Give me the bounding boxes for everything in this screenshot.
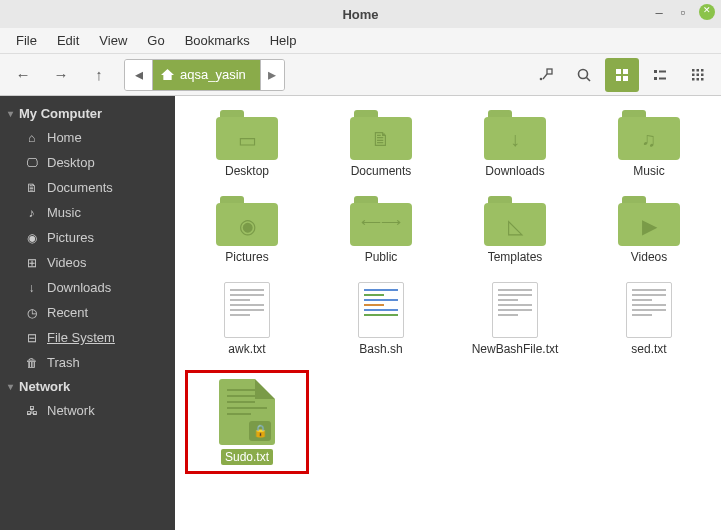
file-awk-txt[interactable]: awk.txt bbox=[185, 278, 309, 360]
path-current[interactable]: aqsa_yasin bbox=[153, 60, 260, 90]
svg-rect-11 bbox=[659, 77, 666, 79]
path-bar: ◂ aqsa_yasin ▸ bbox=[124, 59, 285, 91]
sidebar-group-label: My Computer bbox=[19, 106, 102, 121]
folder-videos[interactable]: ▶Videos bbox=[587, 192, 711, 268]
menubar: File Edit View Go Bookmarks Help bbox=[0, 28, 721, 54]
folder-icon: ◺ bbox=[484, 196, 546, 246]
folder-icon: ▶ bbox=[618, 196, 680, 246]
svg-rect-8 bbox=[654, 70, 657, 73]
svg-rect-16 bbox=[697, 73, 700, 76]
text-file-icon bbox=[626, 282, 672, 338]
svg-point-2 bbox=[579, 69, 588, 78]
folder-pictures[interactable]: ◉Pictures bbox=[185, 192, 309, 268]
svg-rect-5 bbox=[623, 69, 628, 74]
sidebar-group-mycomputer[interactable]: ▾ My Computer bbox=[0, 102, 175, 125]
sidebar-item-pictures[interactable]: ◉Pictures bbox=[0, 225, 175, 250]
file-view[interactable]: ▭Desktop 🗎Documents ↓Downloads ♫Music ◉P… bbox=[175, 96, 721, 530]
sidebar-item-network[interactable]: 🖧Network bbox=[0, 398, 175, 423]
chevron-down-icon: ▾ bbox=[8, 381, 13, 392]
video-icon: ⊞ bbox=[24, 256, 39, 270]
sidebar-item-downloads[interactable]: ↓Downloads bbox=[0, 275, 175, 300]
folder-documents[interactable]: 🗎Documents bbox=[319, 106, 443, 182]
file-bash-sh[interactable]: Bash.sh bbox=[319, 278, 443, 360]
folder-downloads[interactable]: ↓Downloads bbox=[453, 106, 577, 182]
svg-point-1 bbox=[540, 77, 543, 80]
menu-view[interactable]: View bbox=[89, 31, 137, 50]
svg-rect-6 bbox=[616, 76, 621, 81]
path-current-label: aqsa_yasin bbox=[180, 67, 246, 82]
home-icon: ⌂ bbox=[24, 131, 39, 145]
menu-help[interactable]: Help bbox=[260, 31, 307, 50]
toggle-location-button[interactable] bbox=[529, 58, 563, 92]
svg-rect-14 bbox=[701, 69, 704, 72]
svg-rect-15 bbox=[692, 73, 695, 76]
sidebar-item-recent[interactable]: ◷Recent bbox=[0, 300, 175, 325]
sidebar-item-filesystem[interactable]: ⊟File System bbox=[0, 325, 175, 350]
menu-bookmarks[interactable]: Bookmarks bbox=[175, 31, 260, 50]
locked-file-icon: 🔒 bbox=[219, 379, 275, 445]
path-next[interactable]: ▸ bbox=[260, 60, 284, 90]
file-sudo-txt[interactable]: 🔒 Sudo.txt bbox=[185, 370, 309, 474]
menu-go[interactable]: Go bbox=[137, 31, 174, 50]
folder-icon: ↓ bbox=[484, 110, 546, 160]
svg-rect-19 bbox=[697, 78, 700, 81]
back-button[interactable]: ← bbox=[6, 58, 40, 92]
download-icon: ↓ bbox=[24, 281, 39, 295]
search-button[interactable] bbox=[567, 58, 601, 92]
folder-icon: ⟵⟶ bbox=[350, 196, 412, 246]
icon-view-button[interactable] bbox=[605, 58, 639, 92]
sidebar-item-documents[interactable]: 🗎Documents bbox=[0, 175, 175, 200]
sidebar-group-network[interactable]: ▾ Network bbox=[0, 375, 175, 398]
folder-desktop[interactable]: ▭Desktop bbox=[185, 106, 309, 182]
sidebar: ▾ My Computer ⌂Home 🖵Desktop 🗎Documents … bbox=[0, 96, 175, 530]
folder-public[interactable]: ⟵⟶Public bbox=[319, 192, 443, 268]
sidebar-item-home[interactable]: ⌂Home bbox=[0, 125, 175, 150]
folder-icon: ♫ bbox=[618, 110, 680, 160]
desktop-icon: 🖵 bbox=[24, 156, 39, 170]
svg-rect-7 bbox=[623, 76, 628, 81]
svg-rect-18 bbox=[692, 78, 695, 81]
text-file-icon bbox=[492, 282, 538, 338]
svg-rect-4 bbox=[616, 69, 621, 74]
svg-rect-10 bbox=[654, 77, 657, 80]
toolbar: ← → ↑ ◂ aqsa_yasin ▸ bbox=[0, 54, 721, 96]
path-previous[interactable]: ◂ bbox=[125, 60, 153, 90]
sidebar-item-trash[interactable]: 🗑Trash bbox=[0, 350, 175, 375]
music-icon: ♪ bbox=[24, 206, 39, 220]
file-newbashfile-txt[interactable]: NewBashFile.txt bbox=[453, 278, 577, 360]
script-file-icon bbox=[358, 282, 404, 338]
chevron-down-icon: ▾ bbox=[8, 108, 13, 119]
svg-line-3 bbox=[587, 77, 591, 81]
folder-music[interactable]: ♫Music bbox=[587, 106, 711, 182]
file-sed-txt[interactable]: sed.txt bbox=[587, 278, 711, 360]
svg-rect-13 bbox=[697, 69, 700, 72]
list-view-button[interactable] bbox=[643, 58, 677, 92]
svg-rect-9 bbox=[659, 70, 666, 72]
svg-rect-0 bbox=[547, 69, 552, 74]
sidebar-item-desktop[interactable]: 🖵Desktop bbox=[0, 150, 175, 175]
sidebar-item-music[interactable]: ♪Music bbox=[0, 200, 175, 225]
recent-icon: ◷ bbox=[24, 306, 39, 320]
picture-icon: ◉ bbox=[24, 231, 39, 245]
compact-view-button[interactable] bbox=[681, 58, 715, 92]
minimize-button[interactable]: – bbox=[651, 4, 667, 20]
maximize-button[interactable]: ▫ bbox=[675, 4, 691, 20]
sidebar-item-videos[interactable]: ⊞Videos bbox=[0, 250, 175, 275]
folder-icon: 🗎 bbox=[350, 110, 412, 160]
svg-rect-17 bbox=[701, 73, 704, 76]
close-button[interactable] bbox=[699, 4, 715, 20]
up-button[interactable]: ↑ bbox=[82, 58, 116, 92]
svg-rect-20 bbox=[701, 78, 704, 81]
folder-icon: ◉ bbox=[216, 196, 278, 246]
sidebar-group-label: Network bbox=[19, 379, 70, 394]
network-icon: 🖧 bbox=[24, 404, 39, 418]
trash-icon: 🗑 bbox=[24, 356, 39, 370]
window-title: Home bbox=[342, 7, 378, 22]
menu-file[interactable]: File bbox=[6, 31, 47, 50]
lock-icon: 🔒 bbox=[249, 421, 271, 441]
folder-icon: ▭ bbox=[216, 110, 278, 160]
forward-button[interactable]: → bbox=[44, 58, 78, 92]
folder-templates[interactable]: ◺Templates bbox=[453, 192, 577, 268]
menu-edit[interactable]: Edit bbox=[47, 31, 89, 50]
document-icon: 🗎 bbox=[24, 181, 39, 195]
